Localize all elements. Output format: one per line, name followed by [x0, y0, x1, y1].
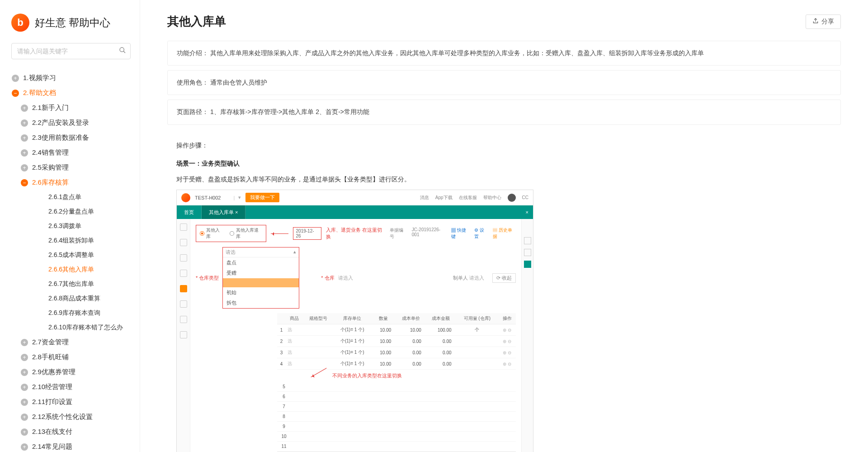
logo-icon: b: [11, 14, 29, 32]
ss-right-icon: [524, 249, 531, 256]
ss-avatar-icon: [508, 194, 516, 202]
expand-icon: +: [20, 383, 28, 391]
bullet-icon: [37, 324, 45, 332]
embedded-screenshot: TEST-H002 | ▾ 我要做一下 消息 App下载 在线客服 帮助中心 C…: [176, 190, 533, 452]
ss-right-icon: [524, 237, 531, 244]
sidebar-item-label: 2.6库存核算: [32, 178, 69, 187]
sidebar-item[interactable]: +2.4销售管理: [11, 145, 131, 160]
expand-icon: +: [20, 353, 28, 362]
sidebar-item-label: 2.6.4组装拆卸单: [48, 237, 94, 245]
expand-icon: +: [20, 398, 28, 406]
bullet-icon: [37, 266, 45, 274]
bullet-icon: [37, 309, 45, 317]
page-title: 其他入库单: [167, 14, 226, 29]
bullet-icon: [37, 251, 45, 259]
sidebar-item[interactable]: 2.6.4组装拆卸单: [11, 233, 131, 248]
ss-type-dropdown: 请选▴ 盘点受赠 初始拆包: [222, 247, 299, 309]
ss-user: CC: [522, 195, 528, 200]
sidebar-item[interactable]: +2.7资金管理: [11, 335, 131, 350]
share-button[interactable]: 分享: [806, 14, 841, 29]
sidebar-item[interactable]: +2.13在线支付: [11, 424, 131, 439]
path-label: 页面路径：: [177, 108, 208, 115]
path-text: 1、库存核算->库存管理->其他入库单 2、首页->常用功能: [210, 108, 369, 115]
ss-rail-icon: [180, 239, 187, 246]
sidebar-item-label: 2.11打印设置: [32, 398, 72, 406]
sidebar-item[interactable]: −2.6库存核算: [11, 175, 131, 190]
sidebar-item[interactable]: +2.3使用前数据准备: [11, 130, 131, 145]
sidebar-item[interactable]: 2.6.1盘点单: [11, 190, 131, 205]
intro-text: 其他入库单用来处理除采购入库、产成品入库之外的其他入库业务，因此其他入库单可处理…: [210, 49, 704, 57]
ss-topbar: TEST-H002 | ▾ 我要做一下 消息 App下载 在线客服 帮助中心 C…: [177, 190, 533, 205]
sidebar-item-label: 2.9优惠券管理: [32, 368, 75, 376]
sidebar-item-label: 2.6.10库存账本错了怎么办: [48, 324, 123, 332]
logo: b 好生意 帮助中心: [11, 14, 131, 32]
role-text: 通常由仓管人员维护: [210, 79, 267, 86]
sidebar-item[interactable]: 2.6.9库存账本查询: [11, 306, 131, 320]
expand-icon: +: [20, 443, 28, 451]
ss-logo-icon: [181, 193, 190, 202]
sidebar-item[interactable]: 2.6.10库存账本错了怎么办: [11, 320, 131, 335]
expand-icon: +: [20, 104, 28, 112]
scene1-heading: 场景一：业务类型确认: [176, 157, 832, 170]
sidebar-item-label: 2.4销售管理: [32, 148, 69, 157]
ss-right-icon: [524, 261, 531, 268]
sidebar-item[interactable]: 2.6.7其他出库单: [11, 277, 131, 291]
role-label: 使用角色：: [177, 79, 208, 86]
expand-icon: +: [11, 74, 19, 82]
sidebar-item[interactable]: +2.9优惠券管理: [11, 365, 131, 380]
expand-icon: +: [20, 134, 28, 142]
sidebar-item-label: 2.6.3调拨单: [48, 222, 81, 230]
sidebar-item[interactable]: −2.帮助文档: [11, 86, 131, 100]
bullet-icon: [37, 193, 45, 201]
ss-table: 商品规格型号库存单位数量成本单价成本金额可用量 (仓库)操作 1选个(1)= 1…: [277, 313, 516, 370]
ss-rail-icon: [180, 331, 187, 338]
ss-annotation: 不同业务的入库类型在这里切换: [332, 372, 402, 379]
sidebar-item-label: 2.12系统个性化设置: [32, 413, 93, 421]
ss-annotation: 入库、退货业务 在这里切换: [326, 227, 385, 240]
expand-icon: +: [20, 413, 28, 421]
sidebar-item[interactable]: +2.14常见问题: [11, 439, 131, 452]
collapse-icon: −: [20, 179, 28, 187]
sidebar-item-label: 2.6.8商品成本重算: [48, 295, 100, 303]
ss-org: TEST-H002: [195, 195, 221, 200]
sidebar-item[interactable]: +2.12系统个性化设置: [11, 409, 131, 424]
bullet-icon: [37, 295, 45, 303]
arrow-icon: [271, 233, 288, 234]
scene1-text: 对于受赠、盘盈或是拆装入库等不同的业务，是通过单据头【业务类型】进行区分。: [176, 173, 832, 186]
sidebar-item-label: 2.6.7其他出库单: [48, 280, 94, 288]
sidebar-item-label: 2.6.9库存账本查询: [48, 309, 100, 317]
intro-label: 功能介绍：: [177, 49, 208, 57]
sidebar-item[interactable]: +2.11打印设置: [11, 395, 131, 409]
ss-tab-active: 其他入库单 ×: [202, 205, 245, 219]
search-wrap: [11, 43, 131, 59]
main-content: 其他入库单 分享 功能介绍：其他入库单用来处理除采购入库、产成品入库之外的其他入…: [140, 0, 868, 452]
bullet-icon: [37, 237, 45, 245]
sidebar-item-label: 2.帮助文档: [23, 89, 56, 97]
ss-left-rail: [177, 219, 190, 452]
sidebar-item-label: 2.5采购管理: [32, 163, 69, 172]
sidebar-item[interactable]: +1.视频学习: [11, 71, 131, 86]
ss-right-rail: [521, 219, 533, 452]
sidebar-item-label: 2.14常见问题: [32, 442, 72, 451]
ss-rail-icon: [180, 285, 187, 292]
nav-tree: +1.视频学习−2.帮助文档+2.1新手入门+2.2产品安装及登录+2.3使用前…: [11, 71, 131, 452]
sidebar-item[interactable]: 2.6.3调拨单: [11, 219, 131, 233]
search-input[interactable]: [11, 43, 131, 59]
ss-top-link: 帮助中心: [483, 195, 501, 201]
path-panel: 页面路径：1、库存核算->库存管理->其他入库单 2、首页->常用功能: [167, 100, 841, 124]
sidebar-item[interactable]: +2.2产品安装及登录: [11, 115, 131, 130]
sidebar-item[interactable]: 2.6.5成本调整单: [11, 248, 131, 262]
ss-top-link: 消息: [420, 195, 429, 201]
sidebar-item[interactable]: +2.10经营管理: [11, 380, 131, 395]
sidebar-item[interactable]: +2.8手机旺铺: [11, 350, 131, 365]
sidebar-item[interactable]: 2.6.2分量盘点单: [11, 205, 131, 219]
sidebar-item[interactable]: 2.6.6其他入库单: [11, 262, 131, 277]
sidebar-item[interactable]: +2.1新手入门: [11, 100, 131, 115]
expand-icon: +: [20, 338, 28, 347]
sidebar-item[interactable]: 2.6.8商品成本重算: [11, 291, 131, 306]
sidebar-item[interactable]: +2.5采购管理: [11, 160, 131, 175]
ss-radio-group: 其他入库 其他入库退库: [196, 225, 266, 242]
ss-rail-icon: [180, 316, 187, 323]
sidebar-item-label: 2.1新手入门: [32, 104, 69, 112]
sidebar-item-label: 2.6.5成本调整单: [48, 251, 94, 259]
